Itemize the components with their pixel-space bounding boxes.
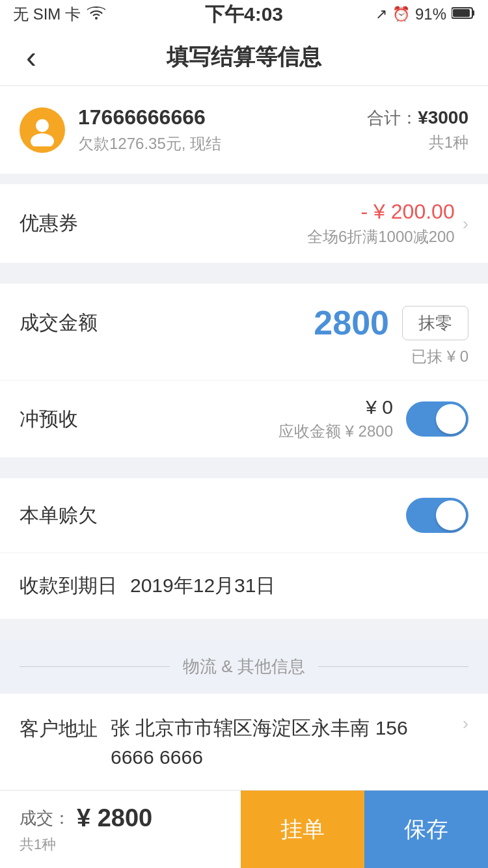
amount-label: 成交金额 xyxy=(20,310,98,336)
save-button[interactable]: 保存 xyxy=(364,791,488,869)
bottom-summary: 成交： ¥ 2800 共1种 xyxy=(0,804,241,854)
location-icon: ↗ xyxy=(375,6,387,23)
total-count: 共1种 xyxy=(367,132,468,153)
prereceive-label: 冲预收 xyxy=(20,406,78,433)
total-line: 合计：¥3000 xyxy=(367,107,468,129)
svg-point-3 xyxy=(36,119,49,132)
bottom-summary-count: 共1种 xyxy=(20,835,221,854)
wifi-icon xyxy=(87,5,105,23)
duedate-value: 2019年12月31日 xyxy=(130,573,275,599)
customer-total: 合计：¥3000 共1种 xyxy=(367,107,468,153)
status-bar: 无 SIM 卡 下午4:03 ↗ ⏰ 91% xyxy=(0,0,488,29)
coupon-value: - ¥ 200.00 xyxy=(307,200,455,224)
prereceive-toggle[interactable] xyxy=(406,401,468,437)
customer-phone: 17666666666 xyxy=(78,105,221,129)
customer-info: 17666666666 欠款1276.35元, 现结 xyxy=(78,105,221,154)
amount-sub: 已抹 ¥ 0 xyxy=(20,346,468,367)
logistics-section: 物流 & 其他信息 xyxy=(0,640,488,694)
svg-rect-2 xyxy=(453,9,470,17)
divider-2 xyxy=(0,457,488,468)
address-value: 张 北京市市辖区海淀区永丰南 156 6666 6666 xyxy=(111,713,450,772)
main-content: 17666666666 欠款1276.35元, 现结 合计：¥3000 共1种 … xyxy=(0,86,488,868)
status-bar-right: ↗ ⏰ 91% xyxy=(375,5,475,23)
amount-right: 2800 抹零 xyxy=(314,303,468,342)
battery-label: 91% xyxy=(415,5,446,23)
customer-left: 17666666666 欠款1276.35元, 现结 xyxy=(20,105,221,154)
nav-bar: ‹ 填写结算等信息 xyxy=(0,29,488,86)
debt-toggle[interactable] xyxy=(406,498,468,533)
bottom-summary-label: 成交： xyxy=(20,807,70,830)
debt-label: 本单赊欠 xyxy=(20,502,98,529)
duedate-section: 收款到期日 2019年12月31日 xyxy=(0,552,488,619)
bottom-summary-value: ¥ 2800 xyxy=(77,804,152,832)
address-label: 客户地址 xyxy=(20,713,98,742)
battery-icon xyxy=(452,5,475,23)
avatar xyxy=(20,107,65,153)
page-title: 填写结算等信息 xyxy=(167,42,321,72)
customer-row: 17666666666 欠款1276.35元, 现结 合计：¥3000 共1种 xyxy=(20,105,468,154)
customer-sub: 欠款1276.35元, 现结 xyxy=(78,133,221,154)
coupon-label: 优惠券 xyxy=(20,210,78,237)
logistics-line-left xyxy=(20,666,170,667)
svg-rect-1 xyxy=(472,10,474,16)
prereceive-row: 冲预收 ¥ 0 应收金额 ¥ 2800 xyxy=(0,380,488,457)
divider-1 xyxy=(0,273,488,284)
duedate-label: 收款到期日 xyxy=(20,573,117,599)
coupon-section[interactable]: 优惠券 - ¥ 200.00 全场6折满1000减200 › xyxy=(0,184,488,263)
sim-label: 无 SIM 卡 xyxy=(13,4,81,25)
divider-3 xyxy=(0,619,488,629)
amount-section: 成交金额 2800 抹零 已抹 ¥ 0 xyxy=(0,284,488,380)
amount-row: 成交金额 2800 抹零 xyxy=(20,303,468,342)
amount-value: 2800 xyxy=(314,303,389,342)
back-button[interactable]: ‹ xyxy=(20,33,43,81)
hold-button[interactable]: 挂单 xyxy=(241,791,364,869)
address-chevron-icon: › xyxy=(463,713,468,734)
prereceive-right: ¥ 0 应收金额 ¥ 2800 xyxy=(278,396,468,442)
logistics-line-right xyxy=(318,666,468,667)
total-label: 合计： xyxy=(367,108,418,128)
debt-section: 本单赊欠 xyxy=(0,478,488,552)
address-section[interactable]: 客户地址 张 北京市市辖区海淀区永丰南 156 6666 6666 › xyxy=(0,694,488,791)
logistics-label: 物流 & 其他信息 xyxy=(183,655,305,678)
prereceive-amount: ¥ 0 应收金额 ¥ 2800 xyxy=(278,396,393,442)
status-bar-left: 无 SIM 卡 xyxy=(13,4,105,25)
customer-card: 17666666666 欠款1276.35元, 现结 合计：¥3000 共1种 xyxy=(0,86,488,174)
bottom-bar: 成交： ¥ 2800 共1种 挂单 保存 xyxy=(0,790,488,868)
prereceive-sub: 应收金额 ¥ 2800 xyxy=(278,421,393,442)
svg-point-4 xyxy=(31,133,54,146)
round-button[interactable]: 抹零 xyxy=(402,306,468,340)
bottom-summary-top: 成交： ¥ 2800 xyxy=(20,804,221,832)
coupon-sub: 全场6折满1000减200 xyxy=(307,226,455,247)
status-bar-time: 下午4:03 xyxy=(205,1,283,28)
coupon-chevron-icon: › xyxy=(463,213,468,234)
alarm-icon: ⏰ xyxy=(392,6,410,23)
total-value: ¥3000 xyxy=(418,107,468,128)
prereceive-value: ¥ 0 xyxy=(278,396,393,418)
